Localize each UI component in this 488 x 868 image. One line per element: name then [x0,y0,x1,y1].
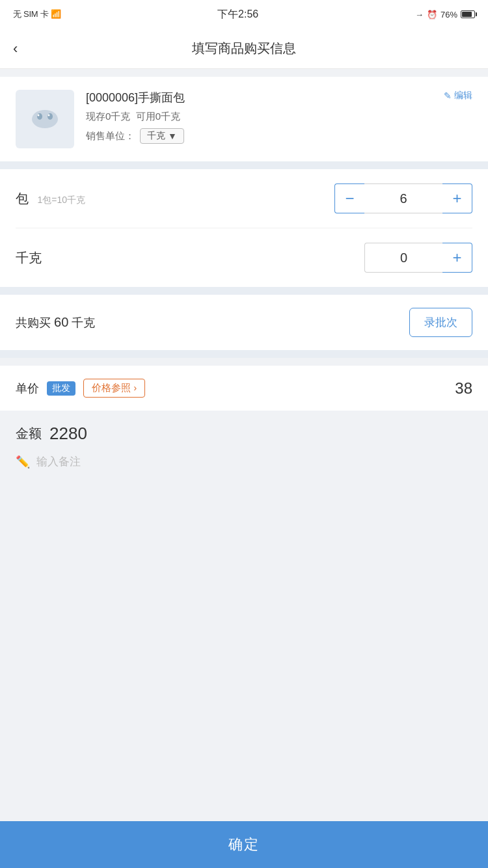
status-right: → ⏰ 76% [415,10,475,20]
note-row[interactable]: ✏️ 输入备注 [16,454,472,469]
price-section: 单价 批发 价格参照 › 38 [0,366,488,411]
status-time: 下午2:56 [217,8,258,21]
amount-label: 金额 [16,425,42,442]
product-info: [0000006]手撕面包 ✎ 编辑 现存0千克 可用0千克 销售单位： 千克 … [86,90,472,144]
page-title: 填写商品购买信息 [192,40,296,57]
quantity-hint-bao: 1包=10千克 [38,195,86,205]
chevron-down-icon: ▼ [168,131,177,141]
svg-point-1 [37,113,42,120]
battery-icon [461,10,475,18]
confirm-button[interactable]: 确定 [0,821,488,868]
product-card: [0000006]手撕面包 ✎ 编辑 现存0千克 可用0千克 销售单位： 千克 … [0,77,488,161]
amount-value: 2280 [49,424,87,444]
decrease-bao-button[interactable]: − [334,183,364,213]
separator-2 [0,287,488,295]
quantity-controls-bao: − + [334,183,472,213]
quantity-label-kg: 千克 [16,249,364,267]
back-button[interactable]: ‹ [13,40,18,57]
note-placeholder: 输入备注 [36,454,81,469]
quantity-input-bao[interactable] [364,183,442,213]
pencil-icon: ✏️ [16,455,30,469]
unit-dropdown[interactable]: 千克 ▼ [140,128,184,144]
quantity-controls-kg: + [364,243,472,273]
quantity-row-kg: 千克 + [16,228,472,287]
status-bar: 无 SIM 卡 📶 下午2:56 → ⏰ 76% [0,0,488,29]
content-area [0,477,488,698]
quantity-label-bao: 包 1包=10千克 [16,190,334,208]
separator-3 [0,350,488,358]
product-image [16,90,74,148]
nav-bar: ‹ 填写商品购买信息 [0,29,488,69]
amount-row: 金额 2280 [16,424,472,444]
location-icon: → [415,10,424,20]
separator-1 [0,161,488,169]
quantity-row-bao: 包 1包=10千克 − + [16,169,472,228]
product-unit: 销售单位： 千克 ▼ [86,128,472,144]
product-name: [0000006]手撕面包 [86,90,185,105]
summary-amount: 60 [54,315,68,329]
alarm-icon: ⏰ [427,10,437,20]
edit-button[interactable]: ✎ 编辑 [444,90,472,102]
quantity-input-kg[interactable] [364,243,442,273]
svg-point-0 [32,110,58,128]
price-value: 38 [455,379,472,398]
svg-point-4 [48,115,50,116]
price-type-badge: 批发 [47,381,75,396]
quantity-section: 包 1包=10千克 − + 千克 + [0,169,488,287]
confirm-label: 确定 [228,835,260,854]
svg-point-3 [38,115,40,116]
batch-button[interactable]: 录批次 [409,308,472,337]
increase-bao-button[interactable]: + [442,183,472,213]
product-stock: 现存0千克 可用0千克 [86,111,472,123]
price-reference-button[interactable]: 价格参照 › [83,379,145,398]
status-carrier: 无 SIM 卡 📶 [13,8,61,20]
svg-point-2 [47,113,53,120]
edit-icon: ✎ [444,90,452,101]
summary-section: 共购买 60 千克 录批次 [0,295,488,350]
price-label: 单价 [16,381,39,396]
amount-section: 金额 2280 ✏️ 输入备注 [0,411,488,477]
increase-kg-button[interactable]: + [442,243,472,273]
battery-label: 76% [441,10,457,20]
summary-text: 共购买 60 千克 [16,315,95,331]
product-logo-icon [29,103,61,135]
